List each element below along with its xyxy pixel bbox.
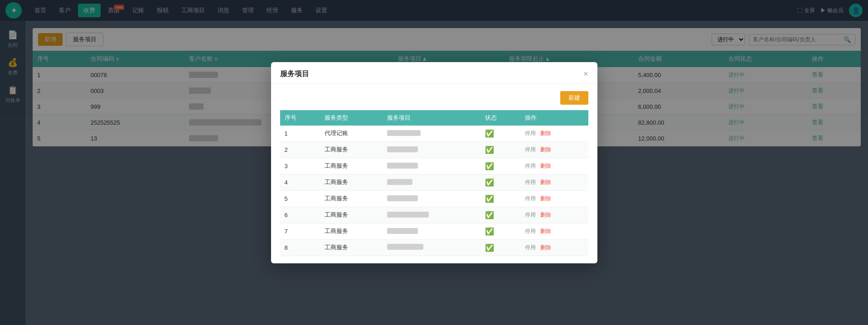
modal-cell-item: ██████ [383,207,480,223]
modal-cell-status: ✅ [480,174,520,190]
delete-button[interactable]: 删除 [540,130,551,136]
modal-cell-item: ████ [383,141,480,158]
modal-cell-seq: 2 [280,141,320,158]
stop-button[interactable]: 停用 [525,212,536,218]
modal-cell-type: 工商服务 [320,141,383,158]
service-modal: 服务项目 × 新建 序号 服务类型 服务项目 状态 操作 [271,62,597,263]
status-check-icon: ✅ [485,162,494,170]
delete-button[interactable]: 删除 [540,212,551,218]
delete-button[interactable]: 删除 [540,228,551,234]
status-check-icon: ✅ [485,179,494,186]
modal-cell-seq: 8 [280,239,320,256]
modal-cell-item: ███ [383,174,480,190]
modal-cell-item: ████ [383,158,480,174]
modal-table-row: 7 工商服务 ████ ✅ 停用 删除 [280,223,588,239]
modal-header: 服务项目 × [271,62,597,84]
status-check-icon: ✅ [485,195,494,203]
modal-cell-type: 工商服务 [320,207,383,223]
modal-cell-type: 代理记账 [320,126,383,142]
modal-cell-status: ✅ [480,223,520,239]
delete-button[interactable]: 删除 [540,146,551,153]
modal-cell-status: ✅ [480,126,520,142]
modal-cell-seq: 4 [280,174,320,190]
modal-cell-item: ████1 [383,126,480,142]
modal-cell-action: 停用 删除 [520,141,588,158]
modal-cell-status: ✅ [480,190,520,207]
modal-table-row: 1 代理记账 ████1 ✅ 停用 删除 [280,126,588,142]
modal-cell-item: ███注册 [383,239,480,256]
modal-cell-action: 停用 删除 [520,239,588,256]
stop-button[interactable]: 停用 [525,228,536,234]
stop-button[interactable]: 停用 [525,244,536,251]
modal-cell-type: 工商服务 [320,239,383,256]
modal-cell-action: 停用 删除 [520,158,588,174]
modal-cell-seq: 5 [280,190,320,207]
modal-new-button[interactable]: 新建 [560,91,588,105]
stop-button[interactable]: 停用 [525,163,536,169]
stop-button[interactable]: 停用 [525,146,536,153]
modal-cell-status: ✅ [480,141,520,158]
modal-cell-item: ████ [383,190,480,207]
modal-scroll-area[interactable]: 序号 服务类型 服务项目 状态 操作 1 代理记账 ████1 ✅ 停用 删除 … [280,110,588,256]
modal-cell-type: 工商服务 [320,223,383,239]
modal-toolbar: 新建 [280,91,588,105]
modal-body: 新建 序号 服务类型 服务项目 状态 操作 1 代理记账 [271,84,597,263]
modal-cell-status: ✅ [480,158,520,174]
modal-cell-seq: 7 [280,223,320,239]
modal-cell-seq: 6 [280,207,320,223]
modal-col-item: 服务项目 [383,110,480,126]
modal-cell-type: 工商服务 [320,190,383,207]
status-check-icon: ✅ [485,146,494,154]
status-check-icon: ✅ [485,211,494,219]
modal-table-row: 3 工商服务 ████ ✅ 停用 删除 [280,158,588,174]
delete-button[interactable]: 删除 [540,163,551,169]
modal-cell-status: ✅ [480,207,520,223]
modal-table-row: 4 工商服务 ███ ✅ 停用 删除 [280,174,588,190]
modal-col-type: 服务类型 [320,110,383,126]
modal-col-action: 操作 [520,110,588,126]
modal-cell-item: ████ [383,223,480,239]
stop-button[interactable]: 停用 [525,130,536,136]
modal-title: 服务项目 [280,69,309,79]
modal-col-status: 状态 [480,110,520,126]
delete-button[interactable]: 删除 [540,244,551,251]
modal-table-row: 5 工商服务 ████ ✅ 停用 删除 [280,190,588,207]
modal-col-seq: 序号 [280,110,320,126]
modal-cell-type: 工商服务 [320,174,383,190]
status-check-icon: ✅ [485,130,494,137]
delete-button[interactable]: 删除 [540,195,551,202]
stop-button[interactable]: 停用 [525,195,536,202]
modal-table-row: 8 工商服务 ███注册 ✅ 停用 删除 [280,239,588,256]
modal-overlay[interactable]: 服务项目 × 新建 序号 服务类型 服务项目 状态 操作 [0,0,868,325]
service-table: 序号 服务类型 服务项目 状态 操作 1 代理记账 ████1 ✅ 停用 删除 … [280,110,588,256]
modal-cell-action: 停用 删除 [520,126,588,142]
delete-button[interactable]: 删除 [540,179,551,185]
modal-cell-status: ✅ [480,239,520,256]
modal-cell-action: 停用 删除 [520,190,588,207]
stop-button[interactable]: 停用 [525,179,536,185]
modal-table-row: 6 工商服务 ██████ ✅ 停用 删除 [280,207,588,223]
status-check-icon: ✅ [485,244,494,252]
modal-table-row: 2 工商服务 ████ ✅ 停用 删除 [280,141,588,158]
modal-cell-seq: 1 [280,126,320,142]
modal-cell-action: 停用 删除 [520,223,588,239]
modal-cell-type: 工商服务 [320,158,383,174]
modal-close-button[interactable]: × [583,69,588,79]
modal-cell-action: 停用 删除 [520,174,588,190]
modal-cell-seq: 3 [280,158,320,174]
modal-cell-action: 停用 删除 [520,207,588,223]
status-check-icon: ✅ [485,228,494,235]
